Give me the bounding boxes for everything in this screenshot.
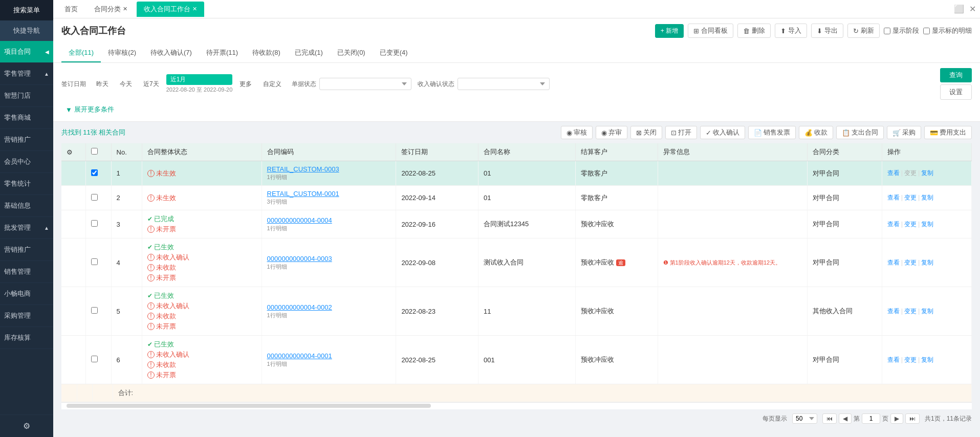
op-复制[interactable]: 复制 bbox=[921, 169, 933, 177]
action-close[interactable]: ⊠ 关闭 bbox=[630, 126, 662, 139]
sidebar-item-retail-stats[interactable]: 零售统计 bbox=[0, 173, 53, 195]
tab-pending-invoice[interactable]: 待开票(11) bbox=[199, 44, 245, 62]
row-checkbox[interactable] bbox=[91, 258, 98, 265]
op-查看[interactable]: 查看 bbox=[887, 308, 900, 315]
op-查看[interactable]: 查看 bbox=[887, 169, 900, 177]
date-1month[interactable]: 近1月 bbox=[166, 74, 233, 85]
select-all-checkbox[interactable] bbox=[91, 148, 98, 155]
date-more[interactable]: 更多 bbox=[235, 79, 256, 90]
status-select[interactable] bbox=[319, 78, 411, 90]
op-变更[interactable]: 变更 bbox=[904, 308, 917, 315]
date-today[interactable]: 今天 bbox=[116, 79, 136, 90]
date-yesterday[interactable]: 昨天 bbox=[92, 79, 113, 90]
date-custom[interactable]: 自定义 bbox=[259, 79, 286, 90]
sidebar-item-marketing2[interactable]: 营销推广 bbox=[0, 239, 53, 261]
expand-filter-btn[interactable]: ▼ 展开更多条件 bbox=[61, 103, 972, 116]
op-复制[interactable]: 复制 bbox=[921, 356, 933, 363]
tab-completed[interactable]: 已完成(1) bbox=[288, 44, 330, 62]
page-first-btn[interactable]: ⏮ bbox=[822, 413, 837, 424]
close-icon[interactable]: ✕ bbox=[123, 6, 127, 12]
op-复制[interactable]: 复制 bbox=[921, 308, 933, 315]
page-next-btn[interactable]: ▶ bbox=[890, 413, 903, 424]
op-查看[interactable]: 查看 bbox=[887, 259, 900, 266]
horizontal-scrollbar[interactable] bbox=[67, 404, 431, 408]
show-fields-checkbox[interactable]: 显示阶段 bbox=[884, 26, 919, 35]
op-查看[interactable]: 查看 bbox=[887, 221, 900, 228]
tab-pending-review[interactable]: 待审核(2) bbox=[101, 44, 143, 62]
action-outgoing-contract[interactable]: 📋 支出合同 bbox=[836, 126, 884, 139]
sidebar-settings[interactable]: ⚙ bbox=[0, 414, 53, 437]
contract-code-link[interactable]: 0000000000004-0001 bbox=[267, 352, 332, 360]
action-income-confirm[interactable]: ✓ 收入确认 bbox=[700, 126, 745, 139]
action-open[interactable]: ⊡ 打开 bbox=[665, 126, 697, 139]
sidebar-item-project-contract[interactable]: 项目合同 ◀ bbox=[0, 41, 53, 63]
show-details-checkbox[interactable]: 显示标的明细 bbox=[923, 26, 972, 35]
op-变更[interactable]: 变更 bbox=[904, 221, 917, 228]
tab-income-contract[interactable]: 收入合同工作台 ✕ bbox=[137, 2, 204, 17]
action-abandon[interactable]: ◉ 弃审 bbox=[596, 126, 627, 139]
page-prev-btn[interactable]: ◀ bbox=[839, 413, 852, 424]
op-复制[interactable]: 复制 bbox=[921, 194, 933, 201]
page-input[interactable] bbox=[862, 413, 880, 424]
contract-code-link[interactable]: 0000000000004-0004 bbox=[267, 216, 332, 224]
close-window-icon[interactable]: ✕ bbox=[969, 4, 976, 14]
export-button[interactable]: ⬇ 导出 bbox=[811, 24, 843, 38]
row-checkbox[interactable] bbox=[91, 169, 98, 176]
refresh-button[interactable]: ↻ 刷新 bbox=[847, 24, 880, 38]
op-变更[interactable]: 变更 bbox=[904, 194, 917, 201]
contract-code-link[interactable]: 0000000000004-0003 bbox=[267, 255, 332, 263]
sidebar-item-sales-mgmt[interactable]: 销售管理 bbox=[0, 261, 53, 283]
maximize-icon[interactable]: ⬜ bbox=[954, 4, 964, 14]
new-button[interactable]: + 新增 bbox=[655, 24, 684, 38]
sidebar-quick-nav[interactable]: 快捷导航 bbox=[0, 20, 53, 41]
tab-home[interactable]: 首页 bbox=[57, 2, 85, 17]
sidebar-item-purchase-mgmt[interactable]: 采购管理 bbox=[0, 305, 53, 327]
action-expense[interactable]: 💳 费用支出 bbox=[924, 126, 972, 139]
sidebar-item-retail-mgmt[interactable]: 零售管理 ▲ bbox=[0, 63, 53, 85]
set-button[interactable]: 设置 bbox=[940, 84, 972, 100]
contract-code-link[interactable]: RETAIL_CUSTOM-0003 bbox=[267, 165, 339, 173]
date-7days[interactable]: 近7天 bbox=[139, 79, 163, 90]
row-checkbox[interactable] bbox=[91, 356, 98, 362]
sidebar-item-inventory[interactable]: 库存核算 bbox=[0, 327, 53, 349]
tab-contract-category[interactable]: 合同分类 ✕ bbox=[87, 2, 135, 17]
page-last-btn[interactable]: ⏭ bbox=[905, 413, 920, 424]
op-变更[interactable]: 变更 bbox=[904, 259, 917, 266]
op-查看[interactable]: 查看 bbox=[887, 194, 900, 201]
close-icon[interactable]: ✕ bbox=[192, 6, 197, 12]
contract-code-link[interactable]: 0000000000004-0002 bbox=[267, 303, 332, 311]
contract-code-link[interactable]: RETAIL_CUSTOM-0001 bbox=[267, 190, 339, 198]
row-checkbox[interactable] bbox=[91, 307, 98, 314]
op-变更[interactable]: 变更 bbox=[904, 356, 917, 363]
op-复制[interactable]: 复制 bbox=[921, 221, 933, 228]
sidebar-item-ecommerce[interactable]: 小畅电商 bbox=[0, 283, 53, 305]
tab-closed[interactable]: 已关闭(0) bbox=[330, 44, 373, 62]
delete-button[interactable]: 🗑 删除 bbox=[737, 24, 771, 38]
page-size-select[interactable]: 50 20 100 bbox=[792, 413, 817, 424]
action-purchase[interactable]: 🛒 采购 bbox=[887, 126, 921, 139]
query-button[interactable]: 查询 bbox=[940, 68, 972, 82]
row-checkbox[interactable] bbox=[91, 194, 98, 201]
confirm-select[interactable] bbox=[458, 78, 550, 90]
tab-pending-confirm[interactable]: 待收入确认(7) bbox=[143, 44, 199, 62]
row-no: 1 bbox=[111, 161, 142, 186]
sidebar-item-wholesale-mgmt[interactable]: 批发管理 ▲ bbox=[0, 217, 53, 239]
sidebar-item-member[interactable]: 会员中心 bbox=[0, 151, 53, 173]
tab-changed[interactable]: 已变更(4) bbox=[373, 44, 415, 62]
row-checkbox[interactable] bbox=[91, 220, 98, 227]
tab-all[interactable]: 全部(11) bbox=[61, 44, 101, 62]
sidebar-item-basic-info[interactable]: 基础信息 bbox=[0, 195, 53, 217]
tab-pending-payment[interactable]: 待收款(8) bbox=[245, 44, 288, 62]
gear-col-icon[interactable]: ⚙ bbox=[67, 148, 73, 156]
action-review[interactable]: ◉ 审核 bbox=[561, 126, 593, 139]
sidebar-item-smart-store[interactable]: 智慧门店 bbox=[0, 85, 53, 107]
sidebar-search[interactable]: 搜索菜单 bbox=[0, 0, 53, 20]
op-复制[interactable]: 复制 bbox=[921, 259, 933, 266]
action-receipt[interactable]: 💰 收款 bbox=[799, 126, 833, 139]
action-invoice[interactable]: 📄 销售发票 bbox=[748, 126, 796, 139]
import-button[interactable]: ⬆ 导入 bbox=[775, 24, 807, 38]
kanban-button[interactable]: ⊞ 合同看板 bbox=[688, 24, 733, 38]
sidebar-item-retail-mall[interactable]: 零售商城 bbox=[0, 107, 53, 129]
op-查看[interactable]: 查看 bbox=[887, 356, 900, 363]
sidebar-item-marketing1[interactable]: 营销推广 bbox=[0, 129, 53, 151]
